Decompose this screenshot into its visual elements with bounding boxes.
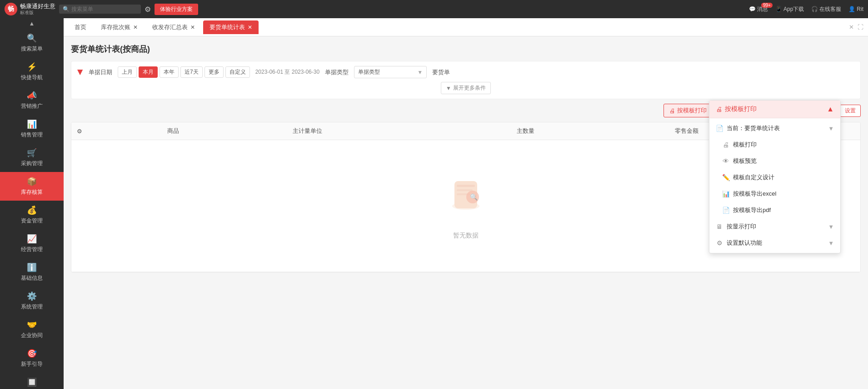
svg-text:🔍: 🔍	[470, 193, 478, 201]
template-pdf-item[interactable]: 📄 按模板导出pdf	[709, 202, 840, 218]
display-print-label: 按显示打印	[727, 222, 756, 231]
tab-inventory-batch[interactable]: 库存批次账 ✕	[95, 20, 144, 34]
template-excel-label: 按模板导出excel	[733, 190, 776, 198]
user-avatar[interactable]: 👤 Rit	[848, 6, 863, 12]
template-preview-icon: 👁	[722, 157, 729, 165]
search-input[interactable]	[71, 6, 137, 12]
tab-receipt-summary-close[interactable]: ✕	[190, 24, 195, 30]
tab-close-all-icon[interactable]: ✕	[849, 24, 854, 30]
expand-icon: ▼	[446, 85, 451, 91]
set-default-icon: ⚙	[716, 239, 723, 247]
logo-icon: 畅	[5, 3, 17, 15]
app-center-icon: 🔲	[27, 377, 37, 387]
settings-btn[interactable]: 设置	[840, 105, 861, 117]
app-logo: 畅 畅康通好生意 标准版	[5, 3, 55, 15]
finance-icon: 💰	[27, 205, 37, 215]
col-quantity: 主数量	[511, 122, 669, 140]
top-bar: 畅 畅康通好生意 标准版 🔍 ⚙ 体验行业方案 💬 消息 99+ 📱 App下载…	[0, 0, 868, 18]
sidebar-item-finance[interactable]: 💰 资金管理	[0, 201, 64, 229]
empty-text: 暂无数据	[453, 232, 479, 240]
sidebar-item-operations[interactable]: 📈 经营管理	[0, 229, 64, 258]
sidebar-label-purchase: 采购管理	[21, 160, 43, 167]
display-print-section[interactable]: 🖥 按显示打印 ▼	[709, 218, 840, 235]
sidebar-label-collab: 企业协同	[21, 332, 43, 339]
sidebar-item-quick-nav[interactable]: ⚡ 快捷导航	[0, 57, 64, 86]
template-preview-label: 模板预览	[733, 157, 757, 165]
search-bar[interactable]: 🔍	[59, 5, 141, 14]
template-pdf-label: 按模板导出pdf	[733, 206, 771, 214]
template-dropdown-header: 🖨 按模板打印 ▲	[709, 101, 840, 118]
tab-bar-right: ✕ ⛶	[849, 24, 863, 30]
print-template-label: 按模板打印	[677, 106, 707, 115]
sidebar-label-finance: 资金管理	[21, 217, 43, 225]
inventory-icon: 📦	[27, 177, 37, 187]
online-service-btn[interactable]: 🎧 在线客服	[811, 5, 841, 13]
template-excel-item[interactable]: 📊 按模板导出excel	[709, 186, 840, 202]
template-preview-item[interactable]: 👁 模板预览	[709, 153, 840, 169]
date-btn-last-month[interactable]: 上月	[118, 66, 137, 78]
tab-order-stat[interactable]: 要货单统计表 ✕	[203, 20, 259, 34]
col-settings[interactable]: ⚙	[71, 122, 162, 140]
template-print-item[interactable]: 🖨 模板打印	[709, 136, 840, 153]
expand-conditions-btn[interactable]: ▼ 展开更多条件	[441, 82, 491, 94]
message-icon: 💬	[749, 6, 756, 12]
settings-icon[interactable]: ⚙	[145, 5, 151, 14]
date-btn-this-month[interactable]: 本月	[139, 66, 158, 78]
order-type-select[interactable]: 单据类型 ▼	[354, 66, 427, 78]
set-default-label: 设置默认功能	[727, 239, 762, 247]
template-dropdown-close[interactable]: ▲	[827, 105, 834, 113]
sidebar-item-inventory[interactable]: 📦 库存核算	[0, 172, 64, 201]
industry-btn[interactable]: 体验行业方案	[155, 4, 198, 15]
date-btn-more[interactable]: 更多	[205, 66, 224, 78]
tab-inventory-batch-close[interactable]: ✕	[133, 24, 138, 30]
message-count: 99+	[761, 3, 773, 8]
sidebar-item-sales[interactable]: 📊 销售管理	[0, 115, 64, 143]
app-download-label: App下载	[783, 5, 804, 13]
guide-icon: 🎯	[27, 349, 37, 359]
display-print-icon: 🖥	[716, 223, 723, 230]
printer-icon: 🖨	[669, 107, 675, 114]
online-service-label: 在线客服	[819, 5, 841, 13]
tab-order-stat-label: 要货单统计表	[210, 23, 245, 31]
main-layout: ▲ 🔍 搜索菜单 ⚡ 快捷导航 📣 营销推广 📊 销售管理 🛒 采购管理 📦 库…	[0, 18, 868, 389]
sidebar-item-system[interactable]: ⚙️ 系统管理	[0, 287, 64, 315]
sidebar-item-guide[interactable]: 🎯 新手引导	[0, 344, 64, 373]
sidebar-label-marketing: 营销推广	[21, 102, 43, 110]
app-download-btn[interactable]: 📱 App下载	[775, 5, 804, 13]
date-btn-this-year[interactable]: 本年	[160, 66, 179, 78]
app-subtitle: 标准版	[20, 10, 55, 15]
message-btn[interactable]: 💬 消息 99+	[749, 5, 768, 13]
search-icon: 🔍	[63, 6, 70, 12]
basic-info-icon: ℹ️	[27, 263, 37, 273]
template-current-arrow: ▼	[828, 125, 834, 132]
sidebar-item-marketing[interactable]: 📣 营销推广	[0, 86, 64, 115]
sidebar-item-purchase[interactable]: 🛒 采购管理	[0, 143, 64, 172]
date-filter-label: 单据日期	[89, 68, 112, 76]
tab-order-stat-close[interactable]: ✕	[248, 24, 252, 30]
template-current-item[interactable]: 📄 当前：要货单统计表 ▼	[709, 120, 840, 136]
sidebar-scroll-up[interactable]: ▲	[0, 18, 64, 29]
operations-icon: 📈	[27, 234, 37, 244]
date-btn-7days[interactable]: 近7天	[180, 66, 203, 78]
col-goods: 商品	[162, 122, 287, 140]
sidebar-item-search[interactable]: 🔍 搜索菜单	[0, 29, 64, 57]
sidebar-item-basic-info[interactable]: ℹ️ 基础信息	[0, 258, 64, 287]
sidebar-item-app-center[interactable]: 🔲 应用中心	[0, 373, 64, 389]
app-name: 畅康通好生意	[20, 3, 55, 10]
sidebar-label-sales: 销售管理	[21, 131, 43, 139]
tab-fullscreen-icon[interactable]: ⛶	[858, 24, 863, 30]
filter-row-expand: ▼ 展开更多条件	[78, 82, 854, 94]
tab-receipt-summary[interactable]: 收发存汇总表 ✕	[146, 20, 201, 34]
set-default-arrow: ▼	[828, 240, 834, 247]
sidebar-item-collab[interactable]: 🤝 企业协同	[0, 315, 64, 344]
template-design-item[interactable]: ✏️ 模板自定义设计	[709, 169, 840, 186]
sales-icon: 📊	[27, 119, 37, 129]
service-icon: 🎧	[811, 6, 818, 12]
set-default-section[interactable]: ⚙ 设置默认功能 ▼	[709, 235, 840, 251]
template-design-label: 模板自定义设计	[733, 173, 774, 182]
sidebar-label-basic-info: 基础信息	[21, 274, 43, 282]
filter-expand-arrow[interactable]: ▶	[76, 70, 85, 75]
tab-home[interactable]: 首页	[68, 20, 93, 34]
goods-label: 要货单	[432, 68, 450, 76]
date-btn-custom[interactable]: 自定义	[225, 66, 250, 78]
